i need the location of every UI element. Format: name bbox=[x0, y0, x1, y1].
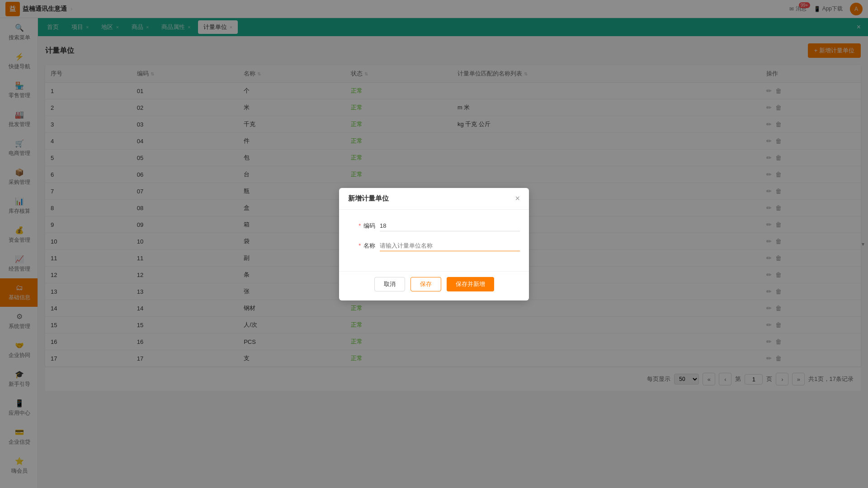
save-and-new-button[interactable]: 保存并新增 bbox=[447, 277, 494, 291]
code-label: * 编码 bbox=[348, 222, 375, 230]
modal-title: 新增计量单位 bbox=[348, 194, 389, 203]
add-unit-modal: 新增计量单位 × * 编码 * 名称 取消 保存 保存并新增 bbox=[339, 188, 529, 300]
save-button[interactable]: 保存 bbox=[410, 277, 441, 291]
modal-close-button[interactable]: × bbox=[515, 194, 520, 202]
cancel-button[interactable]: 取消 bbox=[374, 277, 405, 291]
code-input[interactable] bbox=[380, 221, 520, 231]
required-star: * bbox=[359, 222, 361, 229]
name-label: * 名称 bbox=[348, 242, 375, 250]
modal-body: * 编码 * 名称 bbox=[339, 210, 529, 271]
form-item-name: * 名称 bbox=[348, 240, 520, 251]
form-item-code: * 编码 bbox=[348, 221, 520, 231]
modal-footer: 取消 保存 保存并新增 bbox=[339, 271, 529, 300]
modal-overlay[interactable]: 新增计量单位 × * 编码 * 名称 取消 保存 保存并新增 bbox=[0, 0, 868, 488]
name-input[interactable] bbox=[380, 240, 520, 251]
required-star-2: * bbox=[359, 242, 361, 249]
modal-header: 新增计量单位 × bbox=[339, 188, 529, 210]
